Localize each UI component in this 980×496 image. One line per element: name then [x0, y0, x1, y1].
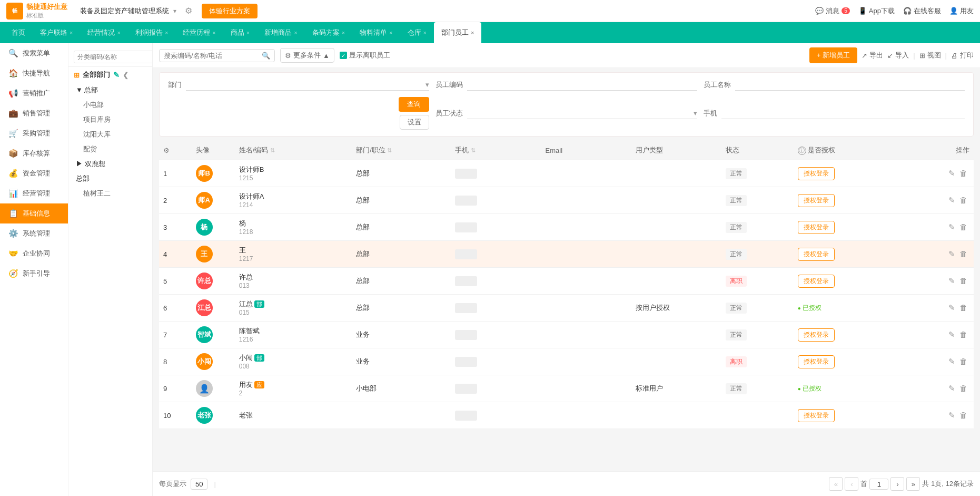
search-input[interactable] [164, 52, 259, 60]
close-tab-icon[interactable]: × [342, 30, 345, 36]
dept-select[interactable]: ▾ [186, 79, 429, 91]
first-page-button[interactable]: « [829, 477, 843, 491]
nav-tab-经营历程[interactable]: 经营历程 × [175, 22, 223, 43]
edit-button[interactable]: ✎ [948, 196, 955, 205]
nav-tab-部门员工[interactable]: 部门员工 × [434, 22, 481, 43]
dept-node-植树王二[interactable]: 植树王二 [68, 186, 152, 201]
page-size-select[interactable]: 50 [191, 479, 207, 490]
sidebar-item-采购管理[interactable]: 🛒采购管理 [0, 123, 68, 143]
dept-node-小电部[interactable]: 小电部 [68, 98, 152, 112]
sidebar-item-经营管理[interactable]: 📊经营管理 [0, 183, 68, 203]
export-button[interactable]: ↗ 导出 [862, 51, 883, 60]
col-name[interactable]: 姓名/编码 ⇅ [235, 141, 352, 160]
sidebar-item-资金管理[interactable]: 💰资金管理 [0, 163, 68, 183]
dept-node-双鹿想[interactable]: ▶ 双鹿想 [68, 157, 152, 171]
prev-page-button[interactable]: ‹ [845, 477, 858, 491]
close-tab-icon[interactable]: × [212, 30, 215, 36]
edit-button[interactable]: ✎ [948, 357, 955, 366]
edit-button[interactable]: ✎ [948, 411, 955, 420]
edit-icon[interactable]: ✎ [113, 71, 120, 79]
delete-button[interactable]: 🗑 [959, 169, 967, 178]
info-icon[interactable]: ⓘ [798, 147, 806, 155]
nav-tab-首页[interactable]: 首页 [4, 22, 33, 43]
next-page-button[interactable]: › [890, 477, 904, 491]
print-button[interactable]: 🖨 打印 [951, 51, 974, 60]
auth-login-button[interactable]: 授权登录 [798, 194, 835, 207]
dept-node-总部[interactable]: ▼ 总部 [68, 83, 152, 98]
col-phone[interactable]: 手机 ⇅ [451, 141, 541, 160]
sidebar-item-基础信息[interactable]: 📋基础信息 [0, 203, 68, 223]
status-select[interactable]: ▾ [467, 108, 697, 119]
auth-login-button[interactable]: 授权登录 [798, 275, 835, 288]
edit-button[interactable]: ✎ [948, 249, 955, 258]
delete-button[interactable]: 🗑 [959, 411, 967, 420]
import-button[interactable]: ↙ 导入 [887, 51, 909, 60]
nav-tab-利润报告[interactable]: 利润报告 × [128, 22, 175, 43]
empname-input[interactable] [735, 79, 965, 91]
auth-login-button[interactable]: 授权登录 [798, 167, 835, 180]
nav-tab-仓库[interactable]: 仓库 × [400, 22, 434, 43]
delete-button[interactable]: 🗑 [959, 222, 967, 231]
delete-button[interactable]: 🗑 [959, 330, 967, 339]
edit-button[interactable]: ✎ [948, 169, 955, 178]
trial-button[interactable]: 体验行业方案 [202, 4, 258, 18]
collapse-icon[interactable]: ❮ [123, 71, 128, 79]
show-resigned-toggle[interactable]: ✓ 显示离职员工 [340, 51, 390, 60]
view-button[interactable]: ⊞ 视图 [919, 51, 941, 60]
auth-login-button[interactable]: 授权登录 [798, 221, 835, 234]
sidebar-item-销售管理[interactable]: 💼销售管理 [0, 103, 68, 123]
edit-button[interactable]: ✎ [948, 303, 955, 312]
close-tab-icon[interactable]: × [70, 30, 73, 36]
auth-login-button[interactable]: 授权登录 [798, 328, 835, 342]
dropdown-arrow-icon[interactable]: ▾ [173, 7, 176, 15]
auth-login-button[interactable]: 授权登录 [798, 248, 835, 261]
message-button[interactable]: 💬 消息 5 [815, 6, 850, 16]
sidebar-item-快捷导航[interactable]: 🏠快捷导航 [0, 63, 68, 83]
sidebar-item-库存核算[interactable]: 📦库存核算 [0, 143, 68, 163]
nav-tab-新增商品[interactable]: 新增商品 × [257, 22, 304, 43]
edit-button[interactable]: ✎ [948, 222, 955, 231]
last-page-button[interactable]: » [906, 477, 920, 491]
close-tab-icon[interactable]: × [471, 30, 474, 36]
delete-button[interactable]: 🗑 [959, 303, 967, 312]
close-tab-icon[interactable]: × [389, 30, 392, 36]
query-button[interactable]: 查询 [399, 97, 429, 112]
nav-tab-条码方案[interactable]: 条码方案 × [305, 22, 352, 43]
edit-button[interactable]: ✎ [948, 384, 955, 393]
search-icon[interactable]: 🔍 [262, 52, 270, 60]
delete-button[interactable]: 🗑 [959, 249, 967, 258]
dept-node-沈阳大库[interactable]: 沈阳大库 [68, 127, 152, 142]
all-dept-header[interactable]: ⊞ 全部部门 ✎ ❮ [68, 67, 152, 83]
add-employee-button[interactable]: + 新增员工 [809, 47, 857, 63]
more-filter-button[interactable]: ⚙ 更多条件 ▲ [280, 48, 334, 63]
sidebar-item-搜索菜单[interactable]: 🔍搜索菜单 [0, 43, 68, 63]
auth-login-button[interactable]: 授权登录 [798, 355, 835, 368]
delete-button[interactable]: 🗑 [959, 276, 967, 285]
auth-login-button[interactable]: 授权登录 [798, 409, 835, 422]
sidebar-item-系统管理[interactable]: ⚙️系统管理 [0, 223, 68, 244]
delete-button[interactable]: 🗑 [959, 196, 967, 205]
col-gear[interactable]: ⚙ [159, 141, 192, 160]
sidebar-item-新手引导[interactable]: 🧭新手引导 [0, 264, 68, 284]
nav-tab-客户联络[interactable]: 客户联络 × [33, 22, 80, 43]
user-avatar[interactable]: 👤 用友 [949, 6, 974, 16]
settings-icon[interactable]: ⚙ [185, 6, 192, 16]
close-tab-icon[interactable]: × [294, 30, 297, 36]
nav-tab-经营情况[interactable]: 经营情况 × [80, 22, 127, 43]
dept-search-input[interactable] [74, 51, 153, 63]
online-service-button[interactable]: 🎧 在线客服 [903, 6, 941, 16]
nav-tab-商品[interactable]: 商品 × [223, 22, 257, 43]
close-tab-icon[interactable]: × [117, 30, 120, 36]
set-button[interactable]: 设置 [400, 115, 429, 130]
phone-input[interactable] [721, 108, 965, 119]
close-tab-icon[interactable]: × [165, 30, 168, 36]
edit-button[interactable]: ✎ [948, 330, 955, 339]
dept-node-总部[interactable]: 总部 [68, 171, 152, 186]
close-tab-icon[interactable]: × [246, 30, 250, 36]
delete-button[interactable]: 🗑 [959, 357, 967, 366]
sidebar-item-企业协同[interactable]: 🤝企业协同 [0, 244, 68, 264]
empcode-input[interactable] [467, 79, 697, 91]
close-tab-icon[interactable]: × [423, 30, 427, 36]
delete-button[interactable]: 🗑 [959, 384, 967, 393]
sidebar-item-营销推广[interactable]: 📢营销推广 [0, 83, 68, 103]
